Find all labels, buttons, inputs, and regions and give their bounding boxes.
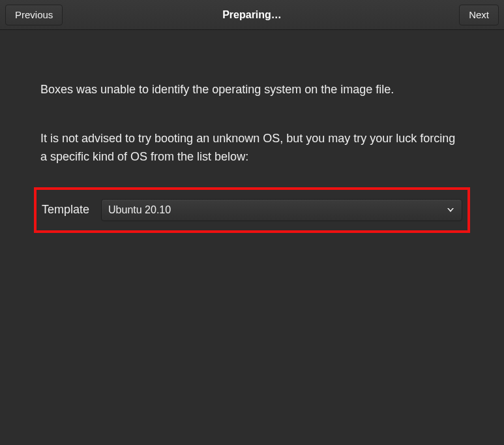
template-row-highlight: Template Ubuntu 20.10 <box>34 187 470 233</box>
template-label: Template <box>42 203 89 217</box>
content-area: Boxes was unable to identify the operati… <box>0 30 504 233</box>
next-button-label: Next <box>469 9 489 20</box>
message-secondary: It is not advised to try booting an unkn… <box>40 130 464 166</box>
template-dropdown-value: Ubuntu 20.10 <box>108 204 171 216</box>
header-bar: Previous Preparing… Next <box>0 0 504 30</box>
template-dropdown[interactable]: Ubuntu 20.10 <box>101 199 462 221</box>
next-button[interactable]: Next <box>459 5 499 25</box>
page-title: Preparing… <box>222 9 282 21</box>
previous-button-label: Previous <box>15 9 53 20</box>
message-primary: Boxes was unable to identify the operati… <box>40 81 464 99</box>
chevron-down-icon <box>446 206 455 215</box>
previous-button[interactable]: Previous <box>5 5 63 25</box>
